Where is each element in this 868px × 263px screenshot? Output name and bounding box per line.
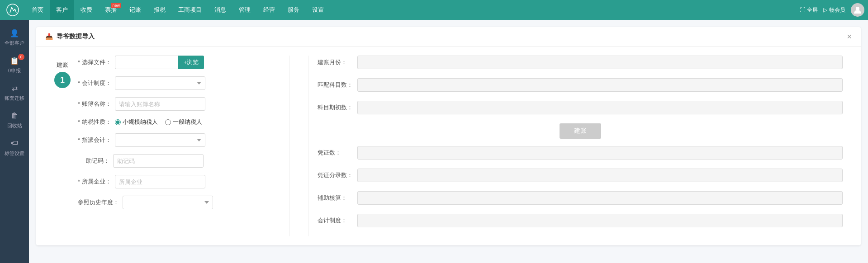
match-subjects-row: 匹配科目数：: [318, 78, 843, 92]
company-label: * 所属企业：: [78, 178, 111, 186]
dialog-title: 📥 导爷数据导入: [45, 33, 95, 41]
tax-type-row: * 纳税性质： 小规模纳税人 一般纳税人: [78, 118, 271, 126]
nav-item-fee[interactable]: 收费: [74, 0, 99, 20]
memo-code-input[interactable]: [113, 154, 204, 168]
nav-item-settings[interactable]: 设置: [306, 0, 330, 20]
svg-point-1: [856, 7, 859, 10]
file-input-group: +浏览: [115, 56, 204, 69]
sidebar-item-declaration[interactable]: 📋0申报0: [0, 51, 29, 79]
sidebar-item-label-recycle: 回收站: [7, 122, 22, 129]
sidebar-item-recycle[interactable]: 🗑回收站: [0, 106, 29, 134]
match-subjects-label: 匹配科目数：: [318, 81, 354, 89]
nav-item-manage[interactable]: 管理: [232, 0, 257, 20]
vip-label: 畅会员: [829, 6, 845, 14]
accounting-system-label: * 会计制度：: [78, 79, 111, 87]
panel-divider: [289, 56, 290, 236]
file-input[interactable]: [115, 56, 178, 69]
accounting-system-row: * 会计制度：: [78, 76, 271, 90]
voucher-records-value: [357, 169, 843, 182]
subject-init-row: 科目期初数：: [318, 101, 843, 114]
step-circle: 1: [54, 72, 71, 88]
vip-btn[interactable]: ▷ 畅会员: [823, 6, 845, 14]
voucher-count-value: [357, 146, 843, 160]
voucher-records-row: 凭证分录数：: [318, 169, 843, 182]
general-taxpayer-label: 一般纳税人: [173, 118, 202, 126]
ledger-name-input[interactable]: [115, 97, 205, 111]
nav-item-customer[interactable]: 客户: [50, 0, 74, 20]
history-year-select[interactable]: [123, 196, 213, 209]
build-month-label: 建账月份：: [318, 58, 354, 66]
nav-item-home[interactable]: 首页: [25, 0, 50, 20]
history-year-row: 参照历史年度：: [78, 196, 271, 209]
build-account-button[interactable]: 建账: [560, 123, 601, 139]
assign-accountant-label: * 指派会计：: [78, 136, 111, 144]
file-label: * 选择文件：: [78, 58, 111, 66]
fullscreen-btn[interactable]: ⛶ 全屏: [800, 6, 818, 14]
sidebar-badge-declaration: 0: [18, 54, 24, 60]
nav-item-account[interactable]: 记账: [123, 0, 147, 20]
history-year-label: 参照历史年度：: [78, 198, 119, 207]
voucher-records-label: 凭证分录数：: [318, 171, 354, 179]
nav-item-business[interactable]: 工商项目: [172, 0, 208, 20]
subject-init-value: [357, 101, 843, 114]
ledger-name-label: * 账簿名称：: [78, 100, 111, 108]
right-accounting-system-label: 会计制度：: [318, 216, 354, 225]
right-panel: 建账月份： 匹配科目数： 科目期初数： 建账 凭证数：: [308, 56, 843, 236]
voucher-count-label: 凭证数：: [318, 149, 354, 157]
content-area: 📥 导爷数据导入 × 建账 1 * 选择文件：: [29, 20, 868, 263]
nav-item-tax[interactable]: 报税: [147, 0, 172, 20]
dialog-title-text: 导爷数据导入: [57, 33, 95, 41]
form-section: * 选择文件： +浏览 * 会计制度：: [78, 56, 271, 216]
nav-item-operate[interactable]: 经营: [257, 0, 281, 20]
close-button[interactable]: ×: [847, 33, 852, 41]
sidebar-item-label-declaration: 0申报: [8, 67, 21, 74]
match-subjects-value: [357, 78, 843, 92]
tag-icon: 🏷: [9, 138, 19, 148]
sidebar-item-label-tag-settings: 标签设置: [5, 150, 24, 157]
play-icon: ▷: [823, 7, 827, 13]
memo-code-label: 助记码：: [78, 157, 109, 165]
file-row: * 选择文件： +浏览: [78, 56, 271, 69]
step-label: 建账: [57, 61, 68, 69]
sidebar-item-all-customers[interactable]: 👤全部客户: [0, 23, 29, 51]
nav-item-invoice[interactable]: 票据new: [99, 0, 123, 20]
trash-icon: 🗑: [9, 111, 19, 121]
left-panel: 建账 1 * 选择文件： +浏览: [54, 56, 271, 236]
assign-accountant-row: * 指派会计：: [78, 133, 271, 147]
fullscreen-icon: ⛶: [800, 7, 805, 13]
browse-button[interactable]: +浏览: [178, 56, 204, 69]
nav-item-message[interactable]: 消息: [208, 0, 232, 20]
accounting-system-select[interactable]: [115, 76, 205, 90]
build-month-row: 建账月份：: [318, 56, 843, 69]
dialog: 📥 导爷数据导入 × 建账 1 * 选择文件：: [36, 27, 861, 245]
main-layout: 👤全部客户📋0申报0⇄账套迁移🗑回收站🏷标签设置 📥 导爷数据导入 × 建账 1: [0, 20, 868, 263]
fullscreen-label: 全屏: [807, 6, 818, 14]
small-taxpayer-option[interactable]: 小规模纳税人: [115, 118, 158, 126]
company-input[interactable]: [115, 175, 205, 188]
nav-item-service[interactable]: 服务: [281, 0, 306, 20]
small-taxpayer-label: 小规模纳税人: [123, 118, 158, 126]
sidebar-item-account-migration[interactable]: ⇄账套迁移: [0, 79, 29, 106]
nav-right: ⛶ 全屏 ▷ 畅会员: [800, 3, 864, 17]
small-taxpayer-radio[interactable]: [115, 119, 121, 125]
transfer-icon: ⇄: [9, 83, 19, 93]
tax-type-radio-group: 小规模纳税人 一般纳税人: [115, 118, 202, 126]
company-row: * 所属企业：: [78, 175, 271, 188]
right-accounting-system-row: 会计制度：: [318, 214, 843, 227]
logo[interactable]: [4, 1, 22, 19]
nav-badge-invoice: new: [111, 3, 121, 8]
memo-code-row: 助记码：: [78, 154, 271, 168]
auxiliary-label: 辅助核算：: [318, 194, 354, 202]
sidebar-item-label-all-customers: 全部客户: [5, 40, 24, 47]
dialog-body: 建账 1 * 选择文件： +浏览: [36, 47, 861, 245]
general-taxpayer-radio[interactable]: [165, 119, 171, 125]
sidebar-item-tag-settings[interactable]: 🏷标签设置: [0, 134, 29, 161]
auxiliary-value: [357, 191, 843, 205]
sidebar-item-label-account-migration: 账套迁移: [5, 95, 24, 102]
avatar[interactable]: [851, 3, 864, 17]
assign-accountant-select[interactable]: [115, 133, 205, 147]
voucher-count-row: 凭证数：: [318, 146, 843, 160]
sidebar: 👤全部客户📋0申报0⇄账套迁移🗑回收站🏷标签设置: [0, 20, 29, 263]
auxiliary-row: 辅助核算：: [318, 191, 843, 205]
general-taxpayer-option[interactable]: 一般纳税人: [165, 118, 202, 126]
